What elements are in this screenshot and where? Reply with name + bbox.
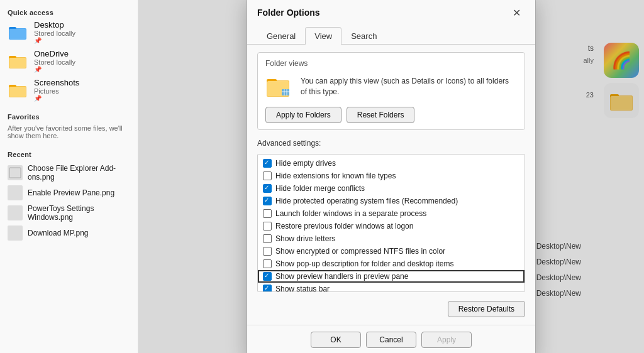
dialog-overlay: Folder Options ✕ General View Search Fol…	[138, 0, 644, 353]
svg-rect-12	[9, 208, 21, 218]
recent-item-2[interactable]: PowerToys Settings Windows.png	[0, 202, 138, 224]
explorer-window: Quick access Desktop Stored locally 📌	[0, 0, 644, 353]
setting-item-7[interactable]: Show encrypted or compressed NTFS files …	[258, 245, 525, 258]
recent-icon-2	[8, 205, 23, 220]
svg-rect-8	[9, 87, 26, 97]
screenshots-name: Screenshots	[34, 78, 130, 87]
sidebar-item-onedrive[interactable]: OneDrive Stored locally 📌	[0, 46, 138, 75]
tab-general[interactable]: General	[257, 27, 305, 45]
settings-list-container[interactable]: Hide empty drivesHide extensions for kno…	[257, 154, 525, 292]
setting-checkbox-0[interactable]	[263, 159, 272, 168]
svg-rect-2	[9, 29, 26, 39]
setting-checkbox-3[interactable]	[263, 197, 272, 205]
sidebar-item-screenshots-text: Screenshots Pictures 📌	[34, 78, 130, 102]
sidebar-item-onedrive-text: OneDrive Stored locally 📌	[34, 49, 130, 73]
setting-label-0: Hide empty drives	[275, 159, 336, 168]
onedrive-pin: 📌	[34, 66, 130, 73]
cancel-button[interactable]: Cancel	[366, 332, 416, 348]
tab-view[interactable]: View	[305, 27, 341, 45]
setting-item-4[interactable]: Launch folder windows in a separate proc…	[258, 207, 525, 220]
svg-rect-5	[9, 58, 26, 68]
apply-to-folders-button[interactable]: Apply to Folders	[265, 107, 341, 123]
setting-item-5[interactable]: Restore previous folder windows at logon	[258, 220, 525, 232]
recent-name-0: Choose File Explorer Add-ons.png	[28, 164, 130, 182]
svg-rect-11	[9, 188, 21, 198]
setting-item-6[interactable]: Show drive letters	[258, 232, 525, 245]
setting-item-2[interactable]: Hide folder merge conflicts	[258, 182, 525, 195]
folder-views-buttons: Apply to Folders Reset Folders	[265, 107, 517, 123]
settings-list: Hide empty drivesHide extensions for kno…	[258, 155, 525, 292]
setting-checkbox-7[interactable]	[263, 247, 272, 256]
folder-views-title: Folder views	[265, 59, 517, 68]
dialog-close-button[interactable]: ✕	[508, 4, 525, 21]
recent-name-3: Download MP.png	[28, 229, 89, 237]
dialog-title: Folder Options	[257, 8, 320, 18]
dialog-body: Folder views	[247, 45, 535, 325]
sidebar-item-desktop[interactable]: Desktop Stored locally 📌	[0, 18, 138, 46]
recent-item-3[interactable]: Download MP.png	[0, 224, 138, 242]
screenshots-sub: Pictures	[34, 87, 130, 95]
desktop-folder-icon	[8, 22, 28, 42]
onedrive-name: OneDrive	[34, 49, 130, 58]
setting-item-0[interactable]: Hide empty drives	[258, 157, 525, 170]
setting-label-10: Show status bar	[275, 285, 330, 292]
restore-defaults-button[interactable]: Restore Defaults	[448, 301, 525, 317]
folder-views-description: You can apply this view (such as Details…	[301, 76, 517, 97]
svg-rect-9	[9, 168, 21, 178]
advanced-settings-label: Advanced settings:	[257, 139, 525, 148]
setting-item-3[interactable]: Hide protected operating system files (R…	[258, 195, 525, 207]
desktop-pin: 📌	[34, 37, 130, 44]
setting-label-2: Hide folder merge conflicts	[275, 184, 365, 193]
setting-label-3: Hide protected operating system files (R…	[275, 197, 458, 205]
reset-folders-button[interactable]: Reset Folders	[347, 107, 415, 123]
setting-checkbox-2[interactable]	[263, 184, 272, 193]
desktop-sub: Stored locally	[34, 30, 130, 37]
svg-rect-13	[9, 228, 21, 238]
folder-preview-icon	[265, 73, 293, 100]
apply-button[interactable]: Apply	[421, 332, 472, 348]
tab-search[interactable]: Search	[341, 27, 386, 45]
setting-label-9: Show preview handlers in preview pane	[275, 272, 408, 281]
setting-item-9[interactable]: Show preview handlers in preview pane	[258, 270, 525, 283]
screenshots-folder-icon	[8, 80, 28, 100]
ok-button[interactable]: OK	[311, 332, 361, 348]
recent-name-2: PowerToys Settings Windows.png	[28, 204, 130, 222]
svg-rect-17	[282, 89, 289, 95]
favorites-empty-text: After you've favorited some files, we'll…	[0, 122, 138, 142]
setting-checkbox-8[interactable]	[263, 259, 272, 268]
recent-item-1[interactable]: Enable Preview Pane.png	[0, 183, 138, 202]
recent-list: Choose File Explorer Add-ons.png Enable …	[0, 160, 138, 245]
setting-label-4: Launch folder windows in a separate proc…	[275, 209, 426, 218]
setting-label-1: Hide extensions for known file types	[275, 171, 396, 180]
setting-item-10[interactable]: Show status bar	[258, 283, 525, 292]
recent-icon-0	[8, 165, 23, 180]
setting-item-8[interactable]: Show pop-up description for folder and d…	[258, 258, 525, 270]
setting-checkbox-4[interactable]	[263, 209, 272, 218]
recent-item-0[interactable]: Choose File Explorer Add-ons.png	[0, 162, 138, 183]
setting-item-1[interactable]: Hide extensions for known file types	[258, 170, 525, 182]
setting-label-7: Show encrypted or compressed NTFS files …	[275, 247, 445, 256]
setting-label-8: Show pop-up description for folder and d…	[275, 259, 454, 268]
screenshots-pin: 📌	[34, 95, 130, 102]
folder-views-content: You can apply this view (such as Details…	[265, 73, 517, 100]
onedrive-folder-icon	[8, 51, 28, 71]
sidebar-item-desktop-text: Desktop Stored locally 📌	[34, 20, 130, 44]
quick-access-label: Quick access	[0, 5, 138, 18]
setting-checkbox-1[interactable]	[263, 171, 272, 180]
desktop-name: Desktop	[34, 20, 130, 30]
setting-label-5: Restore previous folder windows at logon	[275, 222, 413, 231]
dialog-tabs: General View Search	[247, 26, 535, 45]
sidebar: Quick access Desktop Stored locally 📌	[0, 0, 138, 353]
recent-name-1: Enable Preview Pane.png	[28, 188, 114, 197]
recent-label: Recent	[0, 147, 138, 160]
setting-label-6: Show drive letters	[275, 234, 335, 243]
setting-checkbox-5[interactable]	[263, 222, 272, 231]
onedrive-sub: Stored locally	[34, 58, 130, 66]
recent-icon-1	[8, 185, 23, 200]
dialog-footer: OK Cancel Apply	[247, 325, 535, 353]
setting-checkbox-6[interactable]	[263, 234, 272, 243]
setting-checkbox-10[interactable]	[263, 285, 272, 292]
favorites-label: Favorites	[0, 109, 138, 122]
setting-checkbox-9[interactable]	[263, 272, 272, 281]
sidebar-item-screenshots[interactable]: Screenshots Pictures 📌	[0, 75, 138, 104]
